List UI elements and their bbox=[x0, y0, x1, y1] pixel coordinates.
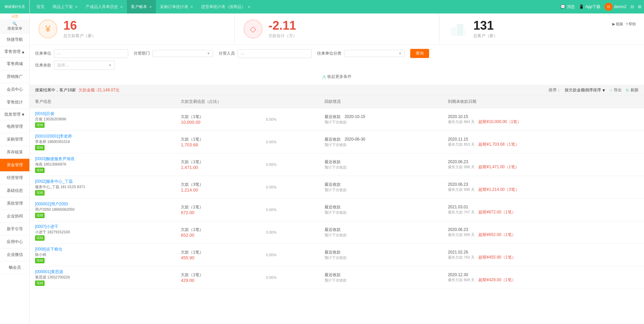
customer-name-0[interactable]: [0016]吕俊 bbox=[35, 111, 170, 117]
refresh-action[interactable]: ↻ 刷新 bbox=[626, 87, 639, 93]
overdue-amount-5[interactable]: 超期¥652.00（1笔） bbox=[478, 232, 515, 237]
tab-purchase-order[interactable]: 采购订单统计表 ✕ bbox=[156, 0, 197, 13]
result-bar: 搜索结果中，客户16家 欠款金额 -21,148.07元 排序： 按欠款金额倒序… bbox=[30, 85, 644, 95]
sidebar-item-wechat[interactable]: 企业微信 bbox=[0, 248, 29, 261]
video-action[interactable]: ▶ 视频 bbox=[612, 22, 623, 27]
total-debt-number: -2.11 bbox=[269, 20, 431, 32]
filter-balance-select[interactable]: 选择... ▼ bbox=[54, 61, 115, 70]
system-label: 系统管理 bbox=[7, 201, 23, 206]
sidebar-item-apps[interactable]: 应用中心 bbox=[0, 236, 29, 248]
overdue-amount-4[interactable]: 超期¥672.00（1笔） bbox=[478, 210, 515, 214]
overdue-amount-0[interactable]: 超期¥10,000.00（1笔） bbox=[478, 119, 521, 124]
filter-dept-select[interactable]: ▼ bbox=[152, 50, 213, 57]
tab-products-history[interactable]: 产成品入库单历史 ✕ bbox=[82, 0, 127, 13]
sidebar-item-basic[interactable]: 基础信息 bbox=[0, 184, 29, 197]
debt-amount-2[interactable]: 1,471.00 bbox=[181, 165, 250, 170]
filter-person-input[interactable]: ··· bbox=[237, 49, 312, 58]
sidebar-item-enterprise[interactable]: 企业协同 bbox=[0, 210, 29, 223]
tab-customer-account[interactable]: 客户账本 ✕ bbox=[127, 0, 156, 13]
sidebar-search[interactable]: 🔍 搜索菜单 bbox=[0, 20, 29, 33]
maximize-topbar[interactable]: ⊞ bbox=[638, 4, 641, 9]
sidebar-item-batch[interactable]: 批发管理 ▼ bbox=[0, 109, 29, 120]
sidebar-item-retail-mall[interactable]: 零售商城 bbox=[0, 58, 29, 70]
debt-ratio-1: 0.00% bbox=[266, 140, 276, 144]
customer-name-2[interactable]: [0003]畅捷服务尹海燕 bbox=[35, 156, 170, 162]
inventory-label: 库存核算 bbox=[7, 149, 23, 155]
tab-home[interactable]: 首页 bbox=[32, 0, 49, 13]
sidebar-item-quick-nav[interactable]: 快捷导航 bbox=[0, 33, 29, 46]
chevron-category-icon: ▼ bbox=[398, 52, 402, 55]
sidebar-item-purchase[interactable]: 采购管理 bbox=[0, 133, 29, 146]
sidebar-item-member[interactable]: 会员中心 bbox=[0, 83, 29, 96]
result-info: 搜索结果中，客户16家 欠款金额 -21,148.07元 bbox=[35, 87, 119, 93]
filter-unit-label: 往来单位 bbox=[35, 51, 51, 56]
tab-products-history-close[interactable]: ✕ bbox=[120, 5, 123, 9]
message-action[interactable]: 💬 消息 bbox=[560, 4, 575, 10]
tab-products-offline[interactable]: 商品上下架 ✕ bbox=[49, 0, 82, 13]
tab-customer-account-close[interactable]: ✕ bbox=[149, 5, 152, 9]
sidebar-item-inventory[interactable]: 库存核算 bbox=[0, 146, 29, 159]
topbar-actions: 💬 消息 📱 App下载 D demo2 ⊟ ⊞ bbox=[560, 3, 641, 11]
overdue-amount-7[interactable]: 超期¥429.00（1笔） bbox=[478, 277, 515, 282]
sidebar-item-retail-stats[interactable]: 零售统计 bbox=[0, 96, 29, 109]
debt-count-2: 欠款（1笔） bbox=[181, 159, 250, 165]
avatar: D bbox=[605, 3, 613, 11]
debt-amount-6[interactable]: 455.90 bbox=[181, 255, 250, 260]
export-action[interactable]: ○ 导出 bbox=[610, 87, 622, 93]
collection-info-3: 最近收款 bbox=[325, 182, 437, 187]
debt-amount-3[interactable]: 1,214.00 bbox=[181, 187, 250, 193]
sort-select[interactable]: 按欠款金额倒序排序 ▼ bbox=[565, 87, 606, 93]
collection-date-1: 2020-06-30 bbox=[344, 137, 365, 142]
overdue-amount-3[interactable]: 超期¥1,214.00（3笔） bbox=[478, 187, 519, 192]
sidebar-item-finance[interactable]: 资金管理 bbox=[0, 159, 29, 172]
guide-label: 新手引导 bbox=[7, 226, 23, 232]
overdue-info-5: 最长欠款 998 天 超期¥652.00（1笔） bbox=[448, 232, 639, 238]
sidebar-item-member2[interactable]: 畅会员 bbox=[0, 261, 29, 274]
customer-name-7[interactable]: [000001]黄思源 bbox=[35, 269, 170, 275]
filter-area: 往来单位 ··· 分管部门 ▼ 分管人员 ··· 往来单位分类 bbox=[30, 45, 644, 85]
table-row: [0001020001]李老师 李老师 18600391516 现销 欠款（1笔… bbox=[30, 131, 644, 153]
collection-next-5: 预计下次收款 bbox=[325, 233, 437, 238]
customer-name-5[interactable]: [0007]小进千 bbox=[35, 224, 170, 230]
overdue-days-3: 最长欠款 998 天 bbox=[448, 187, 475, 192]
sidebar-item-marketing[interactable]: 营销推广 bbox=[0, 70, 29, 83]
sidebar-item-system[interactable]: 系统管理 bbox=[0, 197, 29, 210]
table-row: [0003]畅捷服务尹海燕 海燕 18513066976 现销 欠款（1笔） 1… bbox=[30, 153, 644, 176]
sidebar-item-retail[interactable]: 零售管理 ▲ bbox=[0, 46, 29, 58]
overdue-amount-1[interactable]: 超期¥1,703.68（1笔） bbox=[478, 142, 519, 147]
cell-debt-info-3: 欠款（3笔） 1,214.00 bbox=[175, 176, 255, 199]
customer-name-6[interactable]: [0006]去下粮仓 bbox=[35, 246, 170, 252]
debt-count-0: 欠款（1笔） bbox=[181, 114, 250, 120]
filter-category-select[interactable]: ▼ bbox=[344, 50, 405, 57]
debt-amount-7[interactable]: 429.00 bbox=[181, 278, 250, 283]
overdue-amount-2[interactable]: 超期¥1,471.00（1笔） bbox=[478, 165, 519, 169]
debt-amount-1[interactable]: 1,703.68 bbox=[181, 142, 250, 147]
help-action[interactable]: ? 帮助 bbox=[626, 22, 636, 27]
overdue-amount-6[interactable]: 超期¥455.90（1笔） bbox=[478, 255, 515, 260]
user-action[interactable]: D demo2 bbox=[605, 3, 626, 11]
debt-amount-4[interactable]: 672.00 bbox=[181, 210, 250, 215]
customer-name-3[interactable]: [0002]服务中心_丁磊 bbox=[35, 179, 170, 184]
sidebar-item-operation[interactable]: 经营管理 bbox=[0, 172, 29, 184]
tab-inventory-stats-close[interactable]: ✕ bbox=[248, 5, 250, 9]
app-download-action[interactable]: 📱 App下载 bbox=[579, 4, 600, 10]
tab-inventory-stats[interactable]: 进货单统计表（按商品） ✕ bbox=[197, 0, 254, 13]
customer-name-1[interactable]: [0001020001]李老师 bbox=[35, 134, 170, 139]
cell-overdue-3: 2020.06.23 最长欠款 998 天 超期¥1,214.00（3笔） bbox=[443, 176, 644, 199]
filter-row-1: 往来单位 ··· 分管部门 ▼ 分管人员 ··· 往来单位分类 bbox=[35, 49, 639, 58]
cell-customer-info-5: [0007]小进千 小进千 18279152100 现销 bbox=[30, 221, 175, 244]
query-button[interactable]: 查询 bbox=[410, 49, 429, 58]
sidebar-item-ecommerce[interactable]: 电商管理 bbox=[0, 120, 29, 133]
tab-products-offline-close[interactable]: ✕ bbox=[75, 5, 78, 9]
cell-overdue-1: 2020.11.15 最长欠款 853 天 超期¥1,703.68（1笔） bbox=[443, 131, 644, 153]
debt-amount-0[interactable]: 10,000.00 bbox=[181, 120, 250, 125]
customer-name-4[interactable]: [000002]用户2050 bbox=[35, 201, 170, 207]
collapse-filter-btn[interactable]: ⋀ 收起更多条件 bbox=[35, 72, 639, 81]
tab-purchase-order-close[interactable]: ✕ bbox=[190, 5, 193, 9]
collapse-topbar[interactable]: ⊟ bbox=[631, 4, 634, 9]
debt-amount-5[interactable]: 652.00 bbox=[181, 233, 250, 238]
marketing-label: 营销推广 bbox=[7, 74, 23, 80]
collection-info-2: 最近收款 bbox=[325, 159, 437, 165]
filter-unit-input[interactable]: ··· bbox=[54, 49, 128, 58]
sidebar-item-guide[interactable]: 新手引导 bbox=[0, 223, 29, 236]
